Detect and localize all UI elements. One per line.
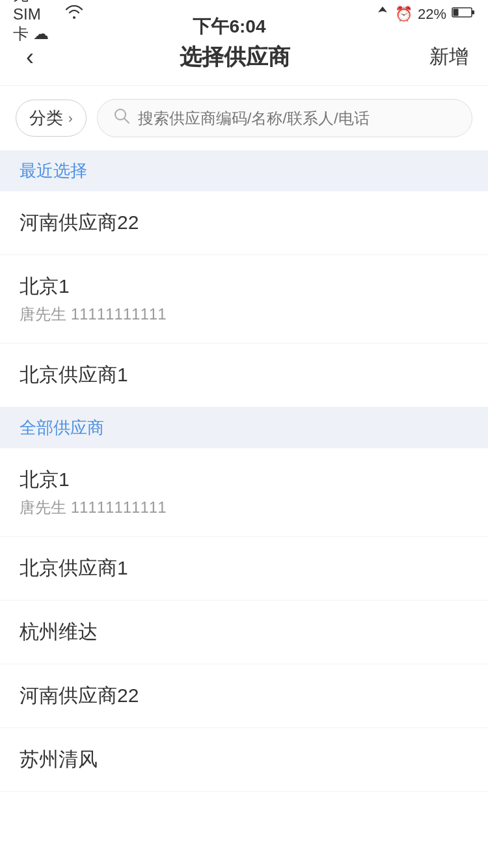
nav-title: 选择供应商 [180,42,290,72]
item-name: 杭州维达 [20,619,468,645]
filter-bar: 分类 › [0,86,488,150]
list-item[interactable]: 杭州维达 [0,601,488,664]
status-time: 下午6:04 [193,14,265,39]
item-name: 苏州清风 [20,746,468,773]
list-item[interactable]: 北京供应商1 [0,344,488,407]
alarm-icon: ⏰ [395,6,413,23]
status-bar: 无 SIM 卡 ☁ 下午6:04 ⏰ 22% [0,0,488,29]
item-detail: 唐先生 11111111111 [20,304,468,325]
all-section-header: 全部供应商 [0,407,488,448]
back-button[interactable]: ‹ [20,37,40,77]
list-item[interactable]: 北京1 唐先生 11111111111 [0,448,488,537]
recent-list: 河南供应商22 北京1 唐先生 11111111111 北京供应商1 [0,191,488,407]
svg-line-4 [124,118,129,123]
item-name: 河南供应商22 [20,210,468,236]
list-item[interactable]: 北京1 唐先生 11111111111 [0,255,488,344]
search-icon [113,107,130,129]
all-list: 北京1 唐先生 11111111111 北京供应商1杭州维达河南供应商22苏州清… [0,448,488,792]
search-box[interactable] [97,99,472,137]
list-item[interactable]: 河南供应商22 [0,664,488,728]
wifi-icon [65,5,83,23]
status-right: ⏰ 22% [375,5,475,23]
item-name: 北京供应商1 [20,555,468,582]
chevron-right-icon: › [68,111,73,126]
battery-icon [452,6,475,23]
search-input[interactable] [138,109,456,128]
svg-rect-1 [472,10,474,14]
location-icon [375,5,390,23]
list-item[interactable]: 河南供应商22 [0,191,488,255]
list-item[interactable]: 北京供应商1 [0,537,488,601]
list-item[interactable]: 苏州清风 [0,728,488,792]
add-button[interactable]: 新增 [429,44,468,70]
item-name: 北京1 [20,467,468,493]
battery-level: 22% [418,6,446,23]
category-label: 分类 [29,107,63,129]
recent-section-header: 最近选择 [0,150,488,191]
svg-rect-2 [454,9,459,16]
item-name: 北京1 [20,273,468,300]
item-name: 北京供应商1 [20,362,468,388]
category-button[interactable]: 分类 › [16,100,87,137]
item-detail: 唐先生 11111111111 [20,497,468,518]
item-name: 河南供应商22 [20,683,468,709]
